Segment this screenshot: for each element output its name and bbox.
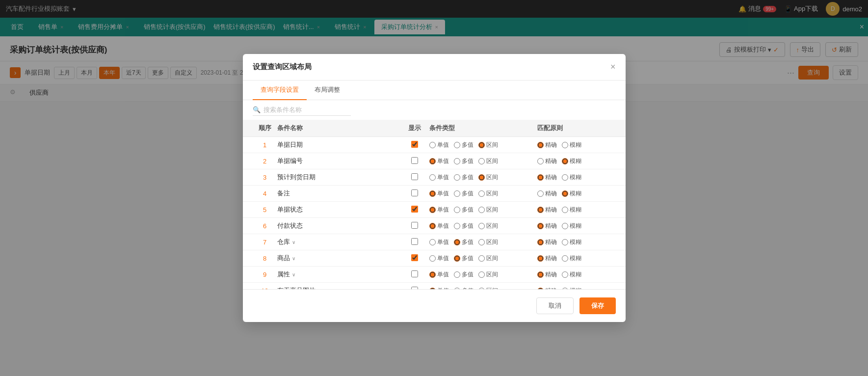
row-name: 单据编号	[277, 157, 400, 165]
type-radio-range[interactable]: 区间	[478, 206, 498, 214]
modal-table-body: 1 单据日期 单值 多值 区间 精确 模糊 2 单据编	[243, 137, 626, 289]
tab-layout[interactable]: 布局调整	[307, 81, 348, 100]
type-radio-single[interactable]: 单值	[429, 157, 449, 165]
modal-tabs: 查询字段设置 布局调整	[243, 81, 626, 100]
rule-radio-fuzzy[interactable]: 模糊	[562, 141, 581, 149]
modal-close-button[interactable]: ×	[610, 62, 616, 72]
row-display[interactable]	[400, 270, 429, 279]
display-checkbox[interactable]	[411, 173, 418, 180]
type-radio-single[interactable]: 单值	[429, 141, 449, 149]
type-radio-range[interactable]: 区间	[478, 189, 498, 198]
type-radio-single[interactable]: 单值	[429, 254, 449, 263]
row-display[interactable]	[400, 206, 429, 214]
row-type: 单值 多值 区间	[429, 238, 537, 246]
row-display[interactable]	[400, 173, 429, 182]
display-checkbox[interactable]	[411, 254, 418, 261]
row-name: 付款状态	[277, 221, 400, 230]
type-radio-range[interactable]: 区间	[478, 222, 498, 230]
table-row: 8 商品 ∨ 单值 多值 区间 精确 模糊	[243, 250, 626, 267]
rule-radio-exact[interactable]: 精确	[537, 157, 557, 165]
dropdown-arrow-icon: ∨	[292, 256, 295, 261]
rule-radio-exact[interactable]: 精确	[537, 206, 557, 214]
type-radio-range[interactable]: 区间	[478, 141, 498, 149]
type-radio-multi[interactable]: 多值	[454, 189, 473, 198]
row-display[interactable]	[400, 157, 429, 165]
row-order: 6	[253, 222, 277, 230]
rule-radio-fuzzy[interactable]: 模糊	[562, 173, 581, 182]
row-rule: 精确 模糊	[537, 222, 616, 230]
tab-query-fields[interactable]: 查询字段设置	[253, 81, 307, 100]
row-display[interactable]	[400, 189, 429, 198]
rule-radio-exact[interactable]: 精确	[537, 238, 557, 246]
display-checkbox[interactable]	[411, 189, 418, 196]
row-type: 单值 多值 区间	[429, 189, 537, 198]
rule-radio-exact[interactable]: 精确	[537, 189, 557, 198]
row-rule: 精确 模糊	[537, 189, 616, 198]
type-radio-single[interactable]: 单值	[429, 222, 449, 230]
row-order: 5	[253, 206, 277, 214]
type-radio-range[interactable]: 区间	[478, 173, 498, 182]
type-radio-single[interactable]: 单值	[429, 173, 449, 182]
table-row: 5 单据状态 单值 多值 区间 精确 模糊	[243, 202, 626, 218]
row-rule: 精确 模糊	[537, 238, 616, 246]
type-radio-multi[interactable]: 多值	[454, 254, 473, 263]
table-row: 9 属性 ∨ 单值 多值 区间 精确 模糊	[243, 267, 626, 283]
rule-radio-exact[interactable]: 精确	[537, 254, 557, 263]
search-icon: 🔍	[253, 106, 261, 113]
rule-radio-exact[interactable]: 精确	[537, 173, 557, 182]
type-radio-single[interactable]: 单值	[429, 270, 449, 279]
cancel-button[interactable]: 取消	[536, 297, 574, 314]
type-radio-range[interactable]: 区间	[478, 270, 498, 279]
type-radio-multi[interactable]: 多值	[454, 206, 473, 214]
rule-radio-fuzzy[interactable]: 模糊	[562, 270, 581, 279]
modal-footer: 取消 保存	[243, 289, 626, 322]
display-checkbox[interactable]	[411, 141, 418, 148]
type-radio-single[interactable]: 单值	[429, 189, 449, 198]
row-display[interactable]	[400, 141, 429, 149]
type-radio-multi[interactable]: 多值	[454, 141, 473, 149]
th-display: 显示	[400, 124, 429, 133]
modal-table: 1 单据日期 单值 多值 区间 精确 模糊 2 单据编	[243, 137, 626, 289]
type-radio-multi[interactable]: 多值	[454, 222, 473, 230]
type-radio-range[interactable]: 区间	[478, 238, 498, 246]
type-radio-single[interactable]: 单值	[429, 238, 449, 246]
display-checkbox[interactable]	[411, 270, 418, 277]
rule-radio-fuzzy[interactable]: 模糊	[562, 254, 581, 263]
row-order: 4	[253, 190, 277, 197]
type-radio-multi[interactable]: 多值	[454, 173, 473, 182]
row-order: 2	[253, 158, 277, 165]
table-row: 10 有无商品图片 单值 多值 区间 精确 模糊	[243, 283, 626, 289]
row-display[interactable]	[400, 238, 429, 246]
rule-radio-fuzzy[interactable]: 模糊	[562, 238, 581, 246]
row-display[interactable]	[400, 222, 429, 230]
modal-header: 设置查询区域布局 ×	[243, 54, 626, 81]
rule-radio-fuzzy[interactable]: 模糊	[562, 157, 581, 165]
display-checkbox[interactable]	[411, 222, 418, 229]
row-type: 单值 多值 区间	[429, 157, 537, 165]
table-row: 3 预计到货日期 单值 多值 区间 精确 模糊	[243, 169, 626, 186]
rule-radio-fuzzy[interactable]: 模糊	[562, 222, 581, 230]
save-button[interactable]: 保存	[579, 297, 616, 314]
row-order: 8	[253, 255, 277, 262]
display-checkbox[interactable]	[411, 206, 418, 213]
type-radio-range[interactable]: 区间	[478, 254, 498, 263]
rule-radio-fuzzy[interactable]: 模糊	[562, 206, 581, 214]
type-radio-multi[interactable]: 多值	[454, 270, 473, 279]
rule-radio-exact[interactable]: 精确	[537, 222, 557, 230]
type-radio-multi[interactable]: 多值	[454, 157, 473, 165]
modal-title: 设置查询区域布局	[253, 62, 312, 72]
rule-radio-exact[interactable]: 精确	[537, 270, 557, 279]
display-checkbox[interactable]	[411, 238, 418, 245]
type-radio-single[interactable]: 单值	[429, 206, 449, 214]
row-order: 7	[253, 239, 277, 246]
search-input[interactable]	[263, 106, 342, 113]
row-rule: 精确 模糊	[537, 157, 616, 165]
display-checkbox[interactable]	[411, 157, 418, 164]
settings-modal: 设置查询区域布局 × 查询字段设置 布局调整 🔍 顺序 条件名称 显示 条件类型	[243, 54, 626, 322]
dropdown-arrow-icon: ∨	[292, 240, 295, 245]
rule-radio-exact[interactable]: 精确	[537, 141, 557, 149]
type-radio-multi[interactable]: 多值	[454, 238, 473, 246]
rule-radio-fuzzy[interactable]: 模糊	[562, 189, 581, 198]
row-display[interactable]	[400, 254, 429, 263]
type-radio-range[interactable]: 区间	[478, 157, 498, 165]
